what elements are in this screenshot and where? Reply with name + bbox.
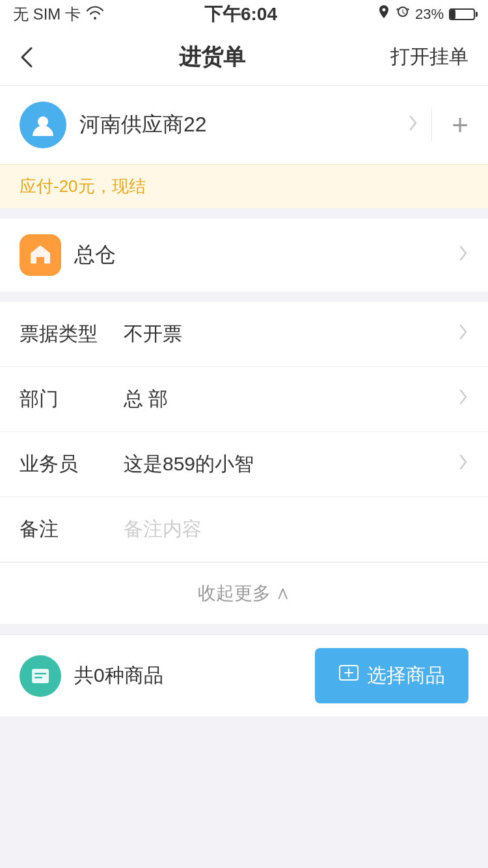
page-title: 进货单 bbox=[179, 42, 245, 72]
sales-person-label: 业务员 bbox=[20, 451, 111, 478]
nav-bar: 进货单 打开挂单 bbox=[0, 29, 488, 86]
supplier-divider bbox=[431, 109, 432, 141]
svg-rect-3 bbox=[34, 673, 46, 675]
remark-row[interactable]: 备注 备注内容 bbox=[0, 497, 488, 562]
svg-rect-4 bbox=[34, 677, 42, 679]
back-button[interactable] bbox=[20, 46, 34, 69]
warehouse-section: 总仓 bbox=[0, 219, 488, 292]
sales-person-chevron-icon bbox=[458, 453, 468, 476]
content: 河南供应商22 + 应付-20元，现结 总仓 bbox=[0, 86, 488, 868]
product-icon bbox=[20, 655, 61, 697]
department-chevron-icon bbox=[458, 388, 468, 411]
form-section: 票据类型 不开票 部门 总 部 业务员 这是859的小智 备注 备注内容 bbox=[0, 302, 488, 624]
bottom-bar: 共0种商品 选择商品 bbox=[0, 634, 488, 716]
add-supplier-button[interactable]: + bbox=[452, 111, 468, 139]
invoice-type-row[interactable]: 票据类型 不开票 bbox=[0, 302, 488, 367]
invoice-type-value: 不开票 bbox=[111, 321, 458, 347]
alarm-icon bbox=[396, 5, 410, 23]
open-pending-button[interactable]: 打开挂单 bbox=[390, 44, 468, 70]
svg-point-0 bbox=[38, 116, 48, 127]
battery-icon bbox=[449, 8, 475, 20]
collapse-text: 收起更多 ∧ bbox=[198, 581, 291, 606]
select-product-button[interactable]: 选择商品 bbox=[315, 648, 468, 703]
select-product-icon bbox=[338, 664, 359, 687]
sales-person-row[interactable]: 业务员 这是859的小智 bbox=[0, 432, 488, 497]
product-count: 共0种商品 bbox=[74, 662, 315, 689]
collapse-row[interactable]: 收起更多 ∧ bbox=[0, 562, 488, 624]
location-icon bbox=[377, 5, 390, 23]
invoice-type-label: 票据类型 bbox=[20, 321, 111, 347]
sales-person-value: 这是859的小智 bbox=[111, 451, 458, 478]
carrier-label: 无 SIM 卡 bbox=[13, 4, 81, 25]
warehouse-row[interactable]: 总仓 bbox=[0, 219, 488, 292]
gray-area bbox=[0, 716, 488, 868]
select-product-label: 选择商品 bbox=[367, 662, 445, 689]
department-value: 总 部 bbox=[111, 386, 458, 413]
supplier-section: 河南供应商22 + 应付-20元，现结 bbox=[0, 86, 488, 208]
svg-rect-1 bbox=[36, 257, 44, 264]
status-time: 下午6:04 bbox=[204, 2, 277, 27]
status-bar: 无 SIM 卡 下午6:04 23% bbox=[0, 0, 488, 29]
warehouse-icon bbox=[20, 234, 61, 276]
remark-input[interactable]: 备注内容 bbox=[111, 516, 468, 543]
status-left: 无 SIM 卡 bbox=[13, 4, 104, 25]
warehouse-name: 总仓 bbox=[74, 241, 458, 269]
invoice-type-chevron-icon bbox=[458, 323, 468, 346]
svg-rect-2 bbox=[32, 669, 49, 683]
wifi-icon bbox=[86, 5, 104, 23]
battery-label: 23% bbox=[415, 6, 444, 23]
supplier-avatar bbox=[20, 102, 66, 148]
notice-text: 应付-20元，现结 bbox=[20, 176, 146, 196]
remark-label: 备注 bbox=[20, 516, 111, 543]
supplier-row[interactable]: 河南供应商22 + bbox=[0, 86, 488, 164]
department-label: 部门 bbox=[20, 386, 111, 413]
supplier-name: 河南供应商22 bbox=[79, 111, 408, 139]
status-right: 23% bbox=[377, 5, 475, 23]
department-row[interactable]: 部门 总 部 bbox=[0, 367, 488, 432]
notice-bar: 应付-20元，现结 bbox=[0, 164, 488, 208]
warehouse-chevron-icon bbox=[458, 244, 468, 267]
supplier-chevron-icon bbox=[408, 114, 418, 137]
